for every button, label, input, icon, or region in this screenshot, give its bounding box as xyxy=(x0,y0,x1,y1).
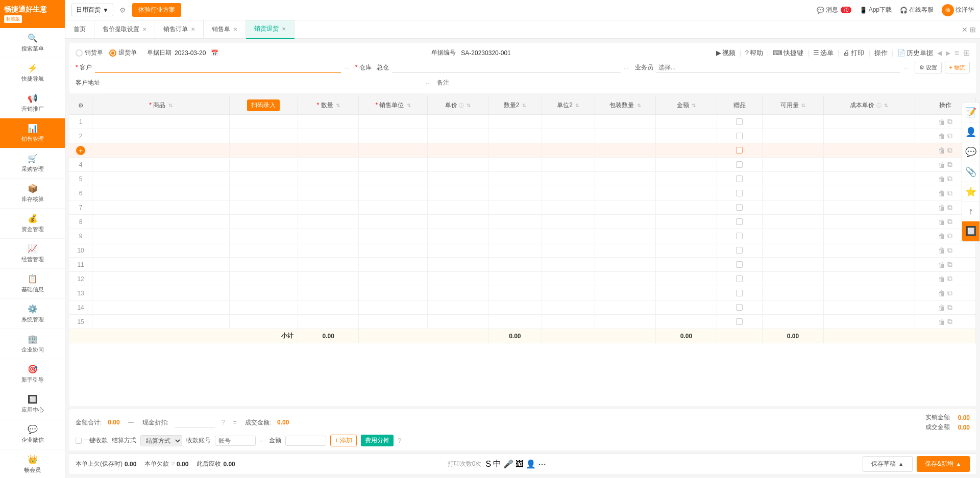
row-3-gift[interactable] xyxy=(717,143,763,158)
toolbar-icon-person[interactable]: 👤 xyxy=(526,459,536,469)
col-available-sort[interactable]: ⇅ xyxy=(801,103,805,108)
side-tool-clip[interactable]: 📎 xyxy=(962,162,979,182)
gift-cb-4[interactable] xyxy=(736,161,743,168)
row-3-product-input[interactable] xyxy=(94,147,227,154)
side-tool-note[interactable]: 📝 xyxy=(962,103,979,122)
user-profile[interactable]: 徐 徐泽华 xyxy=(942,4,974,16)
trial-button[interactable]: 体验行业方案 xyxy=(132,3,181,17)
row-3-unit2[interactable] xyxy=(542,143,595,158)
delete-icon-2[interactable]: 🗑 xyxy=(938,132,945,140)
col-sales-unit-sort[interactable]: ⇅ xyxy=(407,103,411,108)
tab-sales-delivery-close[interactable]: ✕ xyxy=(233,27,237,32)
app-download-button[interactable]: 📱 App下载 xyxy=(860,6,892,14)
warehouse-input[interactable] xyxy=(392,62,621,73)
row-1-sales-unit[interactable] xyxy=(359,115,427,129)
remark-input[interactable] xyxy=(452,78,970,88)
gift-cb-10[interactable] xyxy=(736,247,743,254)
sidebar-item-system[interactable]: ⚙️ 系统管理 xyxy=(0,299,65,329)
row-1-gift[interactable] xyxy=(717,115,763,129)
copy-14[interactable]: ⧉ xyxy=(947,303,952,312)
copy-icon-2[interactable]: ⧉ xyxy=(947,132,952,140)
gift-checkbox-3[interactable] xyxy=(736,147,743,154)
row-1-unit-price[interactable] xyxy=(427,115,488,129)
tab-maximize-icon[interactable]: ⊞ xyxy=(970,26,976,34)
copy-7[interactable]: ⧉ xyxy=(947,203,952,212)
row-2-unit2[interactable] xyxy=(542,129,595,143)
col-pack-sort[interactable]: ⇅ xyxy=(637,103,641,108)
gift-cb-11[interactable] xyxy=(736,261,743,268)
del-6[interactable]: 🗑 xyxy=(938,189,945,197)
amount-input[interactable] xyxy=(285,436,326,446)
row-3-qty2[interactable] xyxy=(488,143,542,158)
address-input[interactable] xyxy=(103,78,423,88)
save-new-button[interactable]: 保存&新增 ▲ xyxy=(917,456,970,472)
sidebar-item-finance[interactable]: 💰 资金管理 xyxy=(0,209,65,239)
add-logistics-button[interactable]: + 物流 xyxy=(945,62,970,73)
row-1-quantity[interactable] xyxy=(298,115,359,129)
gift-cb-6[interactable] xyxy=(736,190,743,196)
print-btn[interactable]: 🖨 打印 xyxy=(843,48,864,58)
row-add-btn[interactable]: + xyxy=(69,143,92,158)
gift-cb-14[interactable] xyxy=(736,304,743,311)
gift-cb-12[interactable] xyxy=(736,275,743,282)
fee-split-button[interactable]: 费用分摊 xyxy=(361,435,394,446)
del-8[interactable]: 🗑 xyxy=(938,218,945,226)
row-1-unit2[interactable] xyxy=(542,115,595,129)
del-14[interactable]: 🗑 xyxy=(938,304,945,312)
save-draft-button[interactable]: 保存草稿 ▲ xyxy=(863,456,913,472)
col-settings[interactable]: ⚙ xyxy=(69,96,92,115)
sidebar-item-marketing[interactable]: 📢 营销推广 xyxy=(0,88,65,118)
sidebar-item-shortcut[interactable]: ⚡ 快捷导航 xyxy=(0,58,65,88)
price-info-icon[interactable]: ⓘ xyxy=(459,103,464,108)
gift-cb-9[interactable] xyxy=(736,233,743,239)
cost-info-icon[interactable]: ⓘ xyxy=(876,103,881,108)
sidebar-item-wechat[interactable]: 💬 企业微信 xyxy=(0,419,65,449)
del-7[interactable]: 🗑 xyxy=(938,204,945,212)
module-selector[interactable]: 日用百货 ▼ xyxy=(71,4,113,16)
row-1-product[interactable] xyxy=(92,115,230,129)
help-btn[interactable]: ? 帮助 xyxy=(745,48,763,58)
sidebar-item-sales[interactable]: 📊 销售管理 xyxy=(0,118,65,148)
add-cost-button[interactable]: + 添加 xyxy=(330,435,357,446)
side-tool-active[interactable]: 🔲 xyxy=(962,221,979,241)
del-5[interactable]: 🗑 xyxy=(938,175,945,183)
del-13[interactable]: 🗑 xyxy=(938,289,945,297)
sidebar-item-search[interactable]: 🔍 搜索菜单 xyxy=(0,28,65,58)
sidebar-item-basic[interactable]: 📋 基础信息 xyxy=(0,269,65,299)
col-cost-sort[interactable]: ⇅ xyxy=(884,103,888,108)
quick-payment-checkbox[interactable]: 一键收款 xyxy=(76,436,108,445)
gift-checkbox-2[interactable] xyxy=(736,133,743,139)
copy-10[interactable]: ⧉ xyxy=(947,246,952,255)
address-more-icon[interactable]: ··· xyxy=(426,80,431,87)
sidebar-item-enterprise[interactable]: 🏢 企业协同 xyxy=(0,329,65,359)
copy-4[interactable]: ⧉ xyxy=(947,160,952,169)
tab-price-setting[interactable]: 售价提取设置 ✕ xyxy=(94,20,155,39)
copy-5[interactable]: ⧉ xyxy=(947,174,952,183)
row-2-quantity[interactable] xyxy=(298,129,359,143)
copy-13[interactable]: ⧉ xyxy=(947,289,952,297)
message-button[interactable]: 💬 消息 70 xyxy=(817,6,851,14)
online-service-button[interactable]: 🎧 在线客服 xyxy=(900,6,934,14)
tab-price-setting-close[interactable]: ✕ xyxy=(142,27,146,32)
row-2-amount[interactable] xyxy=(656,129,717,143)
gift-checkbox-1[interactable] xyxy=(736,118,743,125)
toolbar-icon-more[interactable]: ⋯ xyxy=(538,459,546,469)
nav-next-icon[interactable]: ▶ xyxy=(946,49,950,57)
gift-cb-7[interactable] xyxy=(736,204,743,211)
sidebar-item-member[interactable]: 👑 畅会员 xyxy=(0,449,65,478)
tab-minimize-icon[interactable]: ✕ xyxy=(962,26,968,34)
customer-input[interactable] xyxy=(95,62,341,73)
tab-home[interactable]: 首页 xyxy=(65,20,94,39)
view-grid-icon[interactable]: ⊞ xyxy=(963,48,970,58)
row-2-unit-price[interactable] xyxy=(427,129,488,143)
row-3-unit-price[interactable] xyxy=(427,143,488,158)
toolbar-icon-img[interactable]: 🖼 xyxy=(516,460,524,469)
radio-return[interactable]: 退货单 xyxy=(109,48,137,57)
side-tool-chat[interactable]: 💬 xyxy=(962,142,979,162)
row-3-quantity[interactable] xyxy=(298,143,359,158)
toolbar-icon-mic[interactable]: 🎤 xyxy=(503,459,513,469)
single-owe-icon[interactable]: ? xyxy=(171,461,175,468)
row-1-amount[interactable] xyxy=(656,115,717,129)
scan-button[interactable]: 扫码录入 xyxy=(247,99,280,111)
copy-12[interactable]: ⧉ xyxy=(947,274,952,283)
